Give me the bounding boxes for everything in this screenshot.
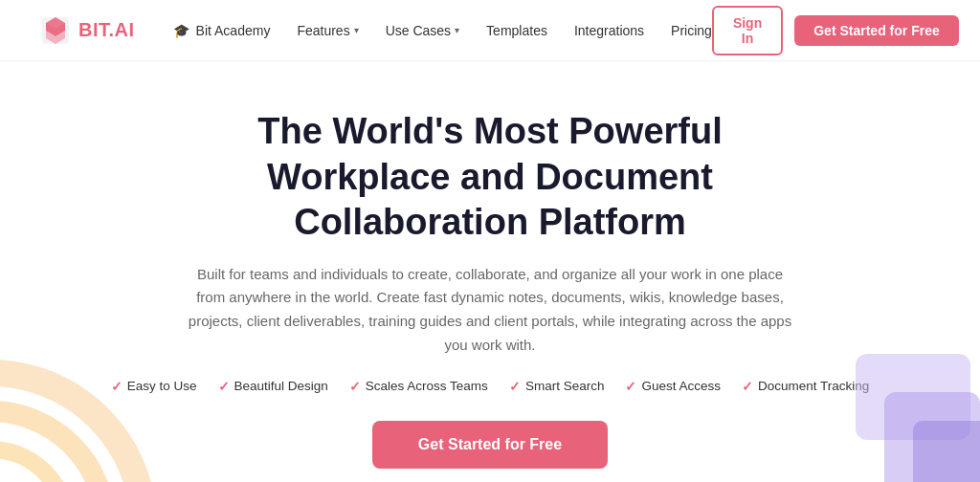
nav-use-cases[interactable]: Use Cases ▾ <box>386 23 459 38</box>
svg-rect-9 <box>913 421 980 483</box>
decorative-shape-right <box>798 344 980 483</box>
nav-pricing[interactable]: Pricing <box>671 23 712 38</box>
hero-title: The World's Most Powerful Workplace and … <box>155 109 825 246</box>
feature-scales-across-teams: ✓ Scales Across Teams <box>349 379 488 394</box>
check-icon-2: ✓ <box>218 379 230 394</box>
svg-point-6 <box>0 449 67 483</box>
nav-links: 🎓 Bit Academy Features ▾ Use Cases ▾ Tem… <box>173 23 712 38</box>
nav-integrations[interactable]: Integrations <box>574 23 644 38</box>
features-chevron-icon: ▾ <box>354 25 359 35</box>
logo[interactable]: BIT.AI <box>38 13 135 48</box>
nav-get-started-button[interactable]: Get Started for Free <box>794 15 958 46</box>
use-cases-chevron-icon: ▾ <box>455 25 459 35</box>
nav-actions: Sign In Get Started for Free <box>712 6 959 55</box>
feature-guest-access: ✓ Guest Access <box>625 379 721 394</box>
signin-button[interactable]: Sign In <box>712 6 783 55</box>
logo-text: BIT.AI <box>78 19 135 41</box>
nav-templates[interactable]: Templates <box>486 23 547 38</box>
check-icon-4: ✓ <box>509 379 521 394</box>
feature-smart-search: ✓ Smart Search <box>509 379 605 394</box>
hero-subtitle: Built for teams and individuals to creat… <box>184 263 796 358</box>
hero-section: The World's Most Powerful Workplace and … <box>0 61 980 482</box>
features-list: ✓ Easy to Use ✓ Beautiful Design ✓ Scale… <box>111 379 870 394</box>
check-icon-5: ✓ <box>625 379 636 394</box>
svg-point-4 <box>0 373 144 483</box>
nav-features[interactable]: Features ▾ <box>297 23 358 38</box>
decorative-arcs-left <box>0 316 182 483</box>
feature-beautiful-design: ✓ Beautiful Design <box>218 379 328 394</box>
nav-academy[interactable]: 🎓 Bit Academy <box>173 23 271 38</box>
check-icon-6: ✓ <box>742 379 753 394</box>
navbar: BIT.AI 🎓 Bit Academy Features ▾ Use Case… <box>0 0 980 61</box>
hero-get-started-button[interactable]: Get Started for Free <box>372 421 608 469</box>
academy-hat-icon: 🎓 <box>173 23 189 38</box>
logo-icon <box>38 13 73 48</box>
check-icon-3: ✓ <box>349 379 361 394</box>
